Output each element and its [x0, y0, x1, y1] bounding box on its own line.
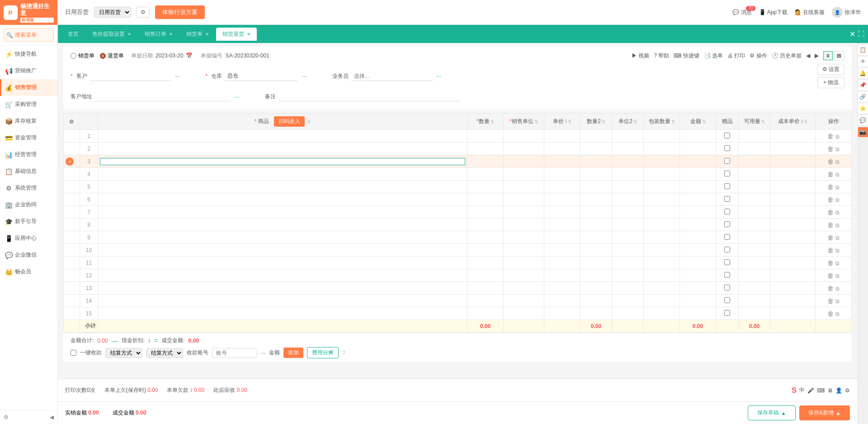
- td-gift-14[interactable]: [716, 295, 739, 307]
- quantity-sort-icon[interactable]: ⇅: [491, 119, 494, 124]
- delete-row-button-14[interactable]: 🗑: [827, 297, 834, 305]
- delete-row-button-15[interactable]: 🗑: [827, 310, 834, 317]
- delete-row-button-9[interactable]: 🗑: [827, 234, 834, 241]
- sidebar-item-marketing[interactable]: 📢 营销推广: [0, 62, 57, 79]
- td-quantity2-9[interactable]: [580, 231, 612, 244]
- gift-checkbox-6[interactable]: [724, 196, 730, 202]
- td-unit-price-1[interactable]: [544, 130, 580, 143]
- td-amount-6[interactable]: [680, 193, 716, 206]
- td-product-9[interactable]: [98, 231, 467, 244]
- gift-checkbox-10[interactable]: [724, 247, 730, 252]
- td-quantity-12[interactable]: [467, 269, 504, 282]
- table-settings-icon[interactable]: ⚙: [69, 119, 74, 125]
- delete-row-button-3[interactable]: 🗑: [827, 158, 834, 165]
- td-quantity-8[interactable]: [467, 219, 504, 231]
- delete-row-button-7[interactable]: 🗑: [827, 209, 834, 216]
- td-available-14[interactable]: [739, 295, 770, 307]
- td-cost-price-3[interactable]: [770, 155, 816, 168]
- td-gift-2[interactable]: [716, 143, 739, 155]
- one-click-payment-checkbox[interactable]: [71, 350, 76, 356]
- save-draft-button[interactable]: 保存草稿 ▲: [748, 405, 796, 420]
- online-service-button[interactable]: 💁 在线客服: [795, 9, 825, 16]
- gift-checkbox-9[interactable]: [724, 234, 730, 240]
- unit-price-info-icon[interactable]: ℹ: [565, 119, 567, 124]
- td-sales-unit-15[interactable]: [504, 307, 544, 320]
- td-quantity2-13[interactable]: [580, 282, 612, 295]
- td-available-15[interactable]: [739, 307, 770, 320]
- td-quantity2-3[interactable]: [580, 155, 612, 168]
- product-input-7[interactable]: [100, 209, 465, 215]
- td-package-qty-13[interactable]: [644, 282, 680, 295]
- expand-tabs-button[interactable]: ⛶: [858, 30, 864, 38]
- gift-checkbox-12[interactable]: [724, 272, 730, 278]
- td-quantity-2[interactable]: [467, 143, 504, 155]
- td-unit-price-14[interactable]: [544, 295, 580, 307]
- sidebar-item-member[interactable]: 👑 畅会员: [0, 263, 57, 280]
- sidebar-item-inventory[interactable]: 📦 库存核算: [0, 113, 57, 129]
- td-cost-price-9[interactable]: [770, 231, 816, 244]
- account-input[interactable]: [212, 348, 257, 358]
- td-amount-13[interactable]: [680, 282, 716, 295]
- td-quantity-4[interactable]: [467, 168, 504, 181]
- td-gift-7[interactable]: [716, 206, 739, 219]
- rs-icon-3[interactable]: 🔔: [858, 68, 868, 78]
- current-debt-info[interactable]: ℹ: [190, 387, 193, 393]
- video-action[interactable]: ▶ 视频: [632, 52, 649, 60]
- td-quantity-13[interactable]: [467, 282, 504, 295]
- gift-checkbox-13[interactable]: [724, 285, 730, 291]
- td-quantity-1[interactable]: [467, 130, 504, 143]
- tab-sales-delivery-close[interactable]: ✕: [205, 32, 209, 37]
- salesperson-dots[interactable]: ···: [436, 72, 442, 80]
- rs-icon-1[interactable]: 📋: [858, 45, 868, 55]
- radio-delivery[interactable]: 销货单: [71, 52, 94, 60]
- td-cost-price-4[interactable]: [770, 168, 816, 181]
- fee-help-icon[interactable]: ?: [342, 350, 345, 356]
- add-row-button[interactable]: +: [66, 157, 74, 166]
- td-gift-5[interactable]: [716, 181, 739, 193]
- td-unit2-9[interactable]: [612, 231, 644, 244]
- td-product-7[interactable]: [98, 206, 467, 219]
- settings-bottom-icon[interactable]: ⚙: [4, 414, 9, 420]
- td-package-qty-7[interactable]: [644, 206, 680, 219]
- copy-row-button-10[interactable]: ⧉: [835, 248, 840, 254]
- td-unit-price-5[interactable]: [544, 181, 580, 193]
- monitor-icon[interactable]: 🖥: [827, 387, 833, 394]
- td-unit-price-9[interactable]: [544, 231, 580, 244]
- td-amount-3[interactable]: [680, 155, 716, 168]
- td-gift-8[interactable]: [716, 219, 739, 231]
- td-amount-8[interactable]: [680, 219, 716, 231]
- td-quantity2-7[interactable]: [580, 206, 612, 219]
- calculation-method-select[interactable]: 结算方式: [146, 348, 183, 358]
- gift-checkbox-7[interactable]: [724, 209, 730, 214]
- td-sales-unit-3[interactable]: [504, 155, 544, 168]
- td-quantity-14[interactable]: [467, 295, 504, 307]
- amount-sort-icon[interactable]: ⇅: [702, 119, 706, 124]
- td-quantity2-10[interactable]: [580, 244, 612, 257]
- rs-icon-5[interactable]: 🔗: [858, 92, 868, 102]
- td-unit-price-12[interactable]: [544, 269, 580, 282]
- td-available-12[interactable]: [739, 269, 770, 282]
- gift-checkbox-1[interactable]: [724, 133, 730, 138]
- td-quantity-15[interactable]: [467, 307, 504, 320]
- td-cost-price-10[interactable]: [770, 244, 816, 257]
- address-dots[interactable]: ···: [234, 93, 240, 100]
- td-available-7[interactable]: [739, 206, 770, 219]
- gift-checkbox-11[interactable]: [724, 259, 730, 265]
- rs-icon-4[interactable]: 📌: [858, 80, 868, 90]
- delete-row-button-10[interactable]: 🗑: [827, 247, 834, 254]
- td-gift-9[interactable]: [716, 231, 739, 244]
- td-product-14[interactable]: [98, 295, 467, 307]
- td-cost-price-13[interactable]: [770, 282, 816, 295]
- td-unit2-7[interactable]: [612, 206, 644, 219]
- sidebar-item-basic-info[interactable]: 📋 基础信息: [0, 163, 57, 180]
- product-input-11[interactable]: [100, 260, 465, 266]
- td-quantity-7[interactable]: [467, 206, 504, 219]
- td-product-13[interactable]: [98, 282, 467, 295]
- td-amount-14[interactable]: [680, 295, 716, 307]
- td-available-8[interactable]: [739, 219, 770, 231]
- td-unit-price-3[interactable]: [544, 155, 580, 168]
- sidebar-item-system[interactable]: ⚙ 系统管理: [0, 180, 57, 196]
- delete-row-button-12[interactable]: 🗑: [827, 272, 834, 279]
- td-sales-unit-13[interactable]: [504, 282, 544, 295]
- cost-price-info-icon[interactable]: ℹ: [801, 119, 803, 124]
